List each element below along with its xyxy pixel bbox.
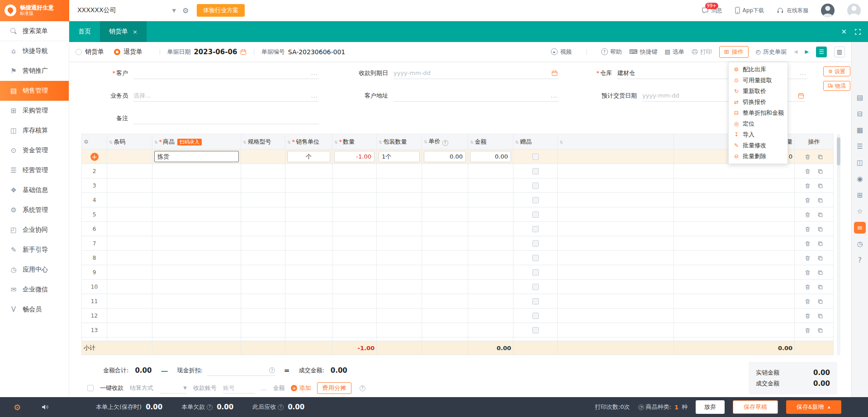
product-cell[interactable] — [152, 309, 241, 323]
copy-row-icon[interactable] — [817, 313, 823, 319]
unit-cell[interactable] — [285, 280, 332, 294]
due-date-field[interactable]: yyyy-mm-dd — [394, 67, 559, 79]
pack-cell[interactable]: 1个 — [377, 150, 422, 164]
online-service-button[interactable]: 在线客服 — [777, 7, 808, 14]
price-cell[interactable] — [422, 207, 468, 222]
tab-home[interactable]: 首页 — [69, 21, 100, 42]
delete-row-icon[interactable] — [805, 313, 811, 319]
pack-cell[interactable] — [377, 236, 422, 251]
announcement-speaker-icon[interactable] — [42, 404, 49, 410]
barcode-cell[interactable] — [107, 236, 152, 251]
barcode-cell[interactable] — [107, 323, 152, 337]
delete-row-icon[interactable] — [805, 284, 811, 290]
product-cell[interactable] — [152, 236, 241, 251]
sidebar-item[interactable]: ⚙ 系统管理 — [0, 200, 69, 220]
copy-row-icon[interactable] — [817, 169, 823, 174]
help-icon[interactable]: ? — [854, 254, 866, 266]
action-menu-item[interactable]: ⊙ 可用量提取 — [729, 75, 787, 86]
product-cell[interactable] — [152, 280, 241, 294]
action-menu-item[interactable]: ↧ 导入 — [729, 129, 787, 140]
sort-icon[interactable]: ⇅ — [470, 140, 474, 145]
copy-row-icon[interactable] — [817, 270, 823, 276]
customer-field[interactable]: ... — [133, 67, 319, 79]
delete-row-icon[interactable] — [805, 270, 811, 276]
amount-cell[interactable] — [468, 193, 513, 207]
pick-order-button[interactable]: ▤选单 — [665, 48, 684, 56]
spec-cell[interactable] — [241, 207, 285, 222]
scan-entry-badge[interactable]: 扫码录入 — [177, 139, 202, 145]
unit-cell[interactable] — [285, 222, 332, 236]
unit-cell[interactable] — [285, 323, 332, 337]
pack-cell[interactable] — [377, 280, 422, 294]
document-icon[interactable]: ▤ — [854, 92, 866, 103]
user-avatar[interactable] — [821, 4, 835, 17]
copy-row-icon[interactable] — [817, 197, 823, 203]
barcode-cell[interactable] — [107, 164, 152, 178]
unit-cell[interactable] — [285, 251, 332, 265]
account-picker-dots[interactable]: ... — [261, 385, 266, 392]
gift-checkbox[interactable] — [532, 183, 539, 189]
delete-row-icon[interactable] — [805, 241, 811, 247]
app-download-button[interactable]: App下载 — [735, 7, 764, 14]
spec-cell[interactable] — [241, 150, 285, 164]
add-row-button[interactable]: + — [90, 153, 99, 161]
price-cell[interactable] — [422, 251, 468, 265]
sort-icon[interactable]: ⇅ — [515, 140, 519, 145]
columns-config-gear-icon[interactable]: ⚙ — [84, 139, 89, 145]
cash-discount-input[interactable]: ? — [207, 365, 275, 376]
col-amount[interactable]: ⇅金额 — [468, 134, 513, 150]
delete-row-icon[interactable] — [805, 212, 811, 218]
amount-cell[interactable] — [468, 178, 513, 193]
price-cell[interactable] — [422, 323, 468, 337]
copy-row-icon[interactable] — [817, 255, 823, 261]
product-cell[interactable] — [152, 323, 241, 337]
sidebar-item[interactable]: ◷ 应用中心 — [0, 260, 69, 280]
qty-cell[interactable] — [332, 236, 377, 251]
barcode-cell[interactable] — [107, 251, 152, 265]
amount-cell[interactable] — [468, 207, 513, 222]
spec-cell[interactable] — [241, 178, 285, 193]
price-cell[interactable] — [422, 294, 468, 309]
col-qty[interactable]: ⇅*数量 — [332, 134, 377, 150]
bill-date-value[interactable]: 2023-06-06 — [194, 48, 237, 56]
barcode-cell[interactable] — [107, 222, 152, 236]
price-cell[interactable] — [422, 164, 468, 178]
amount-cell[interactable] — [468, 265, 513, 280]
sidebar-item[interactable]: ❖ 基础信息 — [0, 180, 69, 200]
amount-cell[interactable] — [468, 294, 513, 309]
spec-cell[interactable] — [241, 222, 285, 236]
price-cell[interactable] — [422, 265, 468, 280]
price-cell[interactable]: 0.00 — [422, 150, 468, 164]
qty-cell[interactable] — [332, 323, 377, 337]
copy-row-icon[interactable] — [817, 212, 823, 218]
scrollbar-thumb[interactable] — [837, 137, 840, 165]
qty-cell[interactable] — [332, 309, 377, 323]
tab-close-icon[interactable]: × — [133, 28, 138, 35]
unit-cell[interactable] — [285, 294, 332, 309]
col-unit[interactable]: ⇅*销售单位 — [285, 134, 332, 150]
copy-row-icon[interactable] — [817, 299, 823, 305]
hotkeys-button[interactable]: ⌨快捷键 — [629, 48, 658, 56]
sort-icon[interactable]: ⇅ — [287, 140, 291, 145]
product-cell[interactable] — [152, 222, 241, 236]
delete-row-icon[interactable] — [805, 255, 811, 261]
pack-cell[interactable] — [377, 164, 422, 178]
calculator-icon[interactable]: ▦ — [854, 124, 866, 136]
remark-field[interactable] — [133, 112, 319, 124]
qty-cell[interactable] — [332, 207, 377, 222]
product-cell[interactable] — [152, 178, 241, 193]
amount-cell[interactable] — [468, 309, 513, 323]
sidebar-item[interactable]: 搜索菜单 — [0, 21, 69, 41]
copy-row-icon[interactable] — [817, 328, 823, 333]
action-menu-item[interactable]: ⇄ 切换报价 — [729, 97, 787, 108]
gift-checkbox[interactable] — [532, 197, 539, 203]
pack-cell[interactable] — [377, 207, 422, 222]
sidebar-item[interactable]: ⚑ 营销推广 — [0, 61, 69, 81]
list-icon[interactable]: ☰ — [854, 141, 866, 152]
save-draft-button[interactable]: 保存草稿 — [733, 400, 778, 414]
sort-icon[interactable]: ⇅ — [560, 140, 563, 145]
amount-cell[interactable]: 0.00 — [468, 150, 513, 164]
help-button[interactable]: ?帮助 — [601, 48, 622, 56]
unit-cell[interactable] — [285, 265, 332, 280]
pack-cell[interactable] — [377, 222, 422, 236]
